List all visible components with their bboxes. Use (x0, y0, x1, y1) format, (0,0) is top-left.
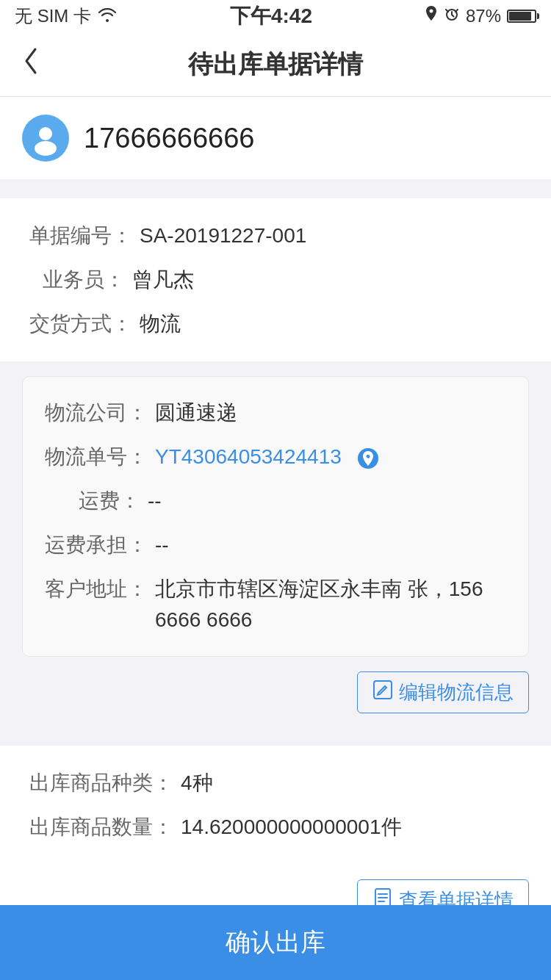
delivery-label: 交货方式： (29, 309, 140, 339)
tracking-value: YT43064053424413 (155, 442, 506, 472)
company-value: 圆通速递 (155, 397, 506, 428)
status-time: 下午4:42 (230, 2, 312, 30)
order-no-label: 单据编号： (29, 220, 140, 251)
page-title: 待出库单据详情 (188, 48, 363, 82)
tracking-row: 物流单号： YT43064053424413 (45, 442, 506, 472)
goods-types-label: 出库商品种类： (29, 768, 181, 799)
battery-icon (507, 10, 536, 23)
profile-section: 17666666666 (0, 97, 551, 179)
staff-row: 业务员： 曾凡杰 (29, 264, 522, 295)
back-button[interactable] (22, 46, 40, 82)
freight-value: -- (148, 486, 506, 516)
alarm-icon (444, 6, 460, 26)
order-info-section: 单据编号： SA-20191227-001 业务员： 曾凡杰 交货方式： 物流 (0, 198, 551, 361)
freight-label: 运费： (45, 486, 148, 516)
edit-logistics-label: 编辑物流信息 (399, 680, 514, 705)
address-value: 北京市市辖区海淀区永丰南 张，156 6666 6666 (155, 574, 506, 635)
staff-label: 业务员： (29, 264, 132, 295)
freight-bearer-row: 运费承担： -- (45, 530, 506, 561)
delivery-row: 交货方式： 物流 (29, 309, 522, 339)
freight-row: 运费： -- (45, 486, 506, 516)
edit-logistics-container: 编辑物流信息 (0, 671, 551, 731)
goods-quantity-row: 出库商品数量： 14.620000000000001件 (29, 812, 522, 843)
main-content: 17666666666 单据编号： SA-20191227-001 业务员： 曾… (0, 97, 551, 980)
goods-quantity-label: 出库商品数量： (29, 812, 181, 843)
delivery-value: 物流 (140, 309, 522, 339)
freight-bearer-label: 运费承担： (45, 530, 155, 561)
battery-percentage: 87% (466, 6, 501, 26)
staff-value: 曾凡杰 (132, 264, 522, 295)
nav-bar: 待出库单据详情 (0, 32, 551, 97)
phone-number: 17666666666 (84, 123, 254, 154)
order-no-value: SA-20191227-001 (140, 220, 522, 251)
status-right: 87% (425, 6, 536, 26)
location-status-icon (425, 6, 438, 26)
goods-quantity-value: 14.620000000000001件 (181, 812, 522, 843)
svg-point-1 (39, 127, 52, 140)
tracking-label: 物流单号： (45, 442, 155, 472)
status-bar: 无 SIM 卡 下午4:42 87% (0, 0, 551, 32)
address-row: 客户地址： 北京市市辖区海淀区永丰南 张，156 6666 6666 (45, 574, 506, 635)
freight-bearer-value: -- (155, 530, 506, 561)
edit-icon (372, 680, 393, 705)
carrier-text: 无 SIM 卡 (15, 4, 91, 28)
address-label: 客户地址： (45, 574, 155, 605)
section-gap (0, 731, 551, 746)
goods-types-value: 4种 (181, 768, 522, 799)
dashed-divider (0, 179, 551, 184)
status-left: 无 SIM 卡 (15, 4, 118, 28)
wifi-icon (97, 6, 118, 26)
edit-logistics-button[interactable]: 编辑物流信息 (357, 671, 529, 713)
confirm-outbound-button[interactable]: 确认出库 (0, 926, 551, 959)
avatar (22, 115, 69, 162)
goods-types-row: 出库商品种类： 4种 (29, 768, 522, 799)
order-no-row: 单据编号： SA-20191227-001 (29, 220, 522, 251)
confirm-btn-container: 确认出库 (0, 905, 551, 980)
svg-point-2 (35, 141, 57, 156)
logistics-card: 物流公司： 圆通速递 物流单号： YT43064053424413 运费： --… (22, 376, 529, 657)
company-row: 物流公司： 圆通速递 (45, 397, 506, 428)
company-label: 物流公司： (45, 397, 155, 428)
tracking-location-icon[interactable] (356, 447, 380, 470)
goods-section: 出库商品种类： 4种 出库商品数量： 14.620000000000001件 (0, 746, 551, 865)
